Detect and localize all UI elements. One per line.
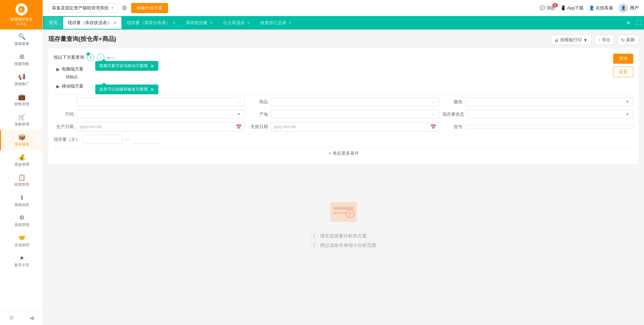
top-header: 装备及固定资产辅助管理系统 ▼ ⚙ 体验行业方案 💬 消息 6 📱 App下载 … [43,0,644,16]
origin-field: 产地 ··· [248,110,439,119]
color-input[interactable]: ▼ [465,97,633,106]
origin-input[interactable]: ··· [271,110,439,119]
close-icon[interactable]: ✕ [150,63,154,69]
product-field: 商品 ··· [248,97,439,106]
tab-batch-account[interactable]: 库存批次账 ✕ [181,17,218,29]
sidebar-item-newbie[interactable]: ★ 新手引导 [0,251,43,271]
collapse-more-button[interactable]: ∧ 收起更多条件 [54,147,633,159]
ellipsis-icon: ··· [432,99,435,104]
search-icon: 🔍 [18,33,25,40]
expire-date-input[interactable]: yyyy-mm-dd 📅 [271,122,439,131]
user-area[interactable]: 👤 用户 [619,3,639,13]
stock-status-field: 现存量状态 ▼ [442,110,633,119]
export-button[interactable]: ↑ 导出 [595,35,614,45]
purchase-icon: 🛒 [18,113,25,121]
warehouse-input[interactable]: ··· [76,97,245,106]
sidebar-item-inventory[interactable]: 📦 库存核算 [0,130,43,150]
inventory-min-input[interactable] [83,135,123,144]
inventory-label: 现存量（主） [54,137,80,143]
finance-icon: 💰 [18,154,25,161]
scheme-item[interactable]: 接触品 [63,73,633,81]
sidebar-logo[interactable]: 畅 畅通道好生意 标准版 [0,0,43,30]
product-label: 商品 [248,99,268,105]
chevron-down-icon: ▼ [111,6,114,10]
close-icon[interactable]: ✕ [150,87,154,92]
search-button[interactable]: 查询 [613,54,633,64]
product-input[interactable]: ··· [271,97,439,106]
expire-date-placeholder: yyyy-mm-dd [274,124,296,129]
calendar-icon: 📅 [236,124,241,129]
close-icon[interactable]: ✕ [288,20,292,25]
sidebar-item-enterprise[interactable]: 🤝 企业协同 [0,231,43,251]
filter-row-3: 生产日期 yyyy-mm-dd 📅 失效日期 yyyy-mm-dd 📅 批号 [54,122,633,131]
ellipsis-icon: ··· [237,99,241,104]
page-content: 现存量查询(按仓库+商品) 🖨 按模板打印 ▼ ↑ 导出 ↻ 刷新 按以下方案查… [43,30,644,325]
tab-inventory-dist[interactable]: 现存量（库存分布表） ✕ [122,17,180,29]
tab-inout-flow[interactable]: 出入库流水 ✕ [218,17,255,29]
close-icon[interactable]: ✕ [247,20,250,25]
newbie-icon: ★ [19,254,24,262]
svg-rect-4 [333,212,347,214]
chevron-down-icon: ▼ [625,99,630,104]
empty-step-2: 2 用过滤条件来缩小分析范围 [311,242,376,249]
batch-field: 批号 [442,122,633,131]
online-service-button[interactable]: 👤 在线客服 [589,5,613,11]
size-input[interactable]: ▼ [76,110,245,119]
svg-text:畅: 畅 [19,8,23,11]
main-area: 装备及固定资产辅助管理系统 ▼ ⚙ 体验行业方案 💬 消息 6 📱 App下载 … [43,0,644,325]
system-name: 装备及固定资产辅助管理系统 [52,5,109,11]
tab-bar-controls: ✕ ⛶ [625,18,643,28]
collapse-btn[interactable]: ◀ [28,313,35,322]
produce-date-placeholder: yyyy-mm-dd [79,124,101,129]
sidebar-item-search[interactable]: 🔍 搜索菜单 [0,30,43,50]
message-button[interactable]: 💬 消息 6 [540,5,555,11]
sidebar-item-sales[interactable]: 💼 销售管理 [0,90,43,110]
produce-date-label: 生产日期 [54,124,74,130]
tab-stock-report[interactable]: 收发存汇总表 ✕ [256,17,297,29]
basic-icon: ℹ [21,194,23,201]
sidebar-item-label: 搜索菜单 [14,41,29,46]
stock-status-input[interactable]: ▼ [467,110,633,119]
app-download-button[interactable]: 📱 App下载 [560,5,584,11]
sidebar-item-marketing[interactable]: 📢 营销推广 [0,70,43,90]
system-selector[interactable]: 装备及固定资产辅助管理系统 ▼ [48,3,118,13]
sidebar-item-system[interactable]: ⚙ 系统管理 [0,211,43,231]
scheme-pc-items: 接触品 [56,73,633,81]
tab-home[interactable]: 首页 [44,17,62,29]
sidebar-item-finance[interactable]: 💰 资金管理 [0,150,43,170]
reset-button[interactable]: 设置 [613,66,633,77]
settings-btn[interactable]: ⚙ [8,313,15,322]
sidebar-item-guide[interactable]: ⊞ 快捷导航 [0,50,43,70]
sidebar-item-purchase[interactable]: 🛒 采购管理 [0,110,43,130]
edit-tooltip-text: 这里可以创建和修改方案哦 [99,87,148,92]
chevron-down-icon: ▼ [625,112,630,117]
expire-date-field: 失效日期 yyyy-mm-dd 📅 [248,122,439,131]
size-field: 尺码 ▼ [54,110,245,119]
close-all-icon[interactable]: ✕ [625,18,632,28]
close-icon[interactable]: ✕ [172,20,176,25]
inventory-row: 现存量（主） — [54,135,633,144]
batch-input[interactable] [465,125,633,129]
dash: — [125,137,130,142]
inventory-max-input[interactable] [132,135,159,144]
close-icon[interactable]: ✕ [113,20,117,25]
close-icon[interactable]: ✕ [210,20,213,25]
page-toolbar: 🖨 按模板打印 ▼ ↑ 导出 ↻ 刷新 [551,35,639,45]
print-button[interactable]: 🖨 按模板打印 ▼ [551,35,591,45]
page-title: 现存量查询(按仓库+商品) [48,35,639,43]
marketing-icon: 📢 [18,73,25,80]
refresh-button[interactable]: ↻ 刷新 [618,35,639,45]
sidebar-item-basic[interactable]: ℹ 基础信息 [0,191,43,211]
tab-batch-account-label: 库存批次账 [186,20,208,26]
tab-inventory-status[interactable]: 现存量（库存状况表） ✕ [63,17,121,29]
fullscreen-icon[interactable]: ⛶ [635,18,643,27]
settings-gear-icon[interactable]: ⚙ [122,4,127,12]
sidebar-item-operations[interactable]: 📋 经营管理 [0,170,43,191]
experience-button[interactable]: 体验行业方案 [131,3,168,13]
size-label: 尺码 [54,111,74,117]
avatar: 👤 [619,3,628,13]
filter-header: 按以下方案查询 + ··· ⟵ [54,54,633,61]
message-icon: 💬 [540,5,545,10]
produce-date-input[interactable]: yyyy-mm-dd 📅 [76,122,245,131]
back-button[interactable]: ⟵ [107,54,115,61]
